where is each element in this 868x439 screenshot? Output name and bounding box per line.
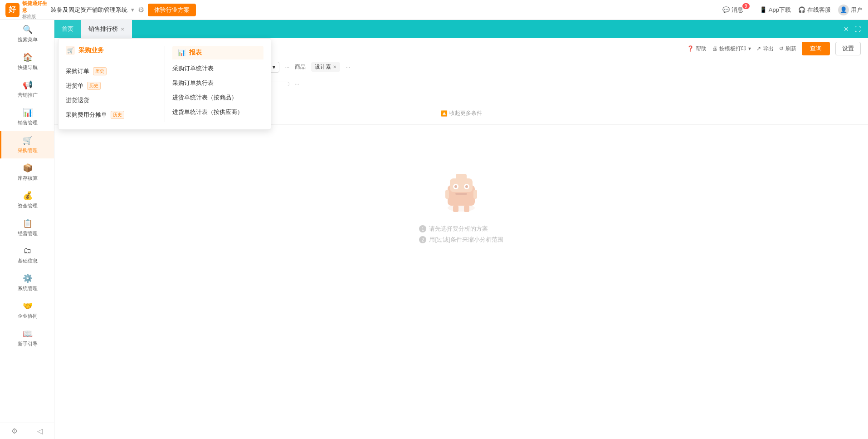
purchase-order-history: 历史 <box>93 67 107 75</box>
sidebar-item-search[interactable]: 🔍 搜索菜单 <box>0 20 54 48</box>
dropdown-menu: 🛒 采购业务 采购订单 历史 进货单 历史 进货退货 采购费用分摊单 历史 📊 … <box>58 38 271 130</box>
empty-illustration <box>434 165 488 219</box>
inventory-icon: 📦 <box>23 163 33 173</box>
report-col-label: 报表 <box>189 49 202 57</box>
refresh-btn[interactable]: ↺ 刷新 <box>779 45 796 53</box>
salesman-more[interactable]: ··· <box>295 81 299 87</box>
help-btn[interactable]: ❓ 帮助 <box>687 45 707 53</box>
sidebar-item-purchase[interactable]: 🛒 采购管理 <box>0 131 54 158</box>
logo-text: 畅捷通好生意 <box>22 0 51 14</box>
tab-maximize-btn[interactable]: ⛶ <box>853 25 863 33</box>
help-label: 帮助 <box>696 45 707 53</box>
voucher-status-more[interactable]: ··· <box>285 64 289 70</box>
tab-close-window-btn[interactable]: ✕ <box>842 25 851 33</box>
tab-sales-rank[interactable]: 销售排行榜 ✕ <box>81 20 132 38</box>
purchase-col-icon: 🛒 <box>66 46 75 55</box>
export-label: 导出 <box>763 45 774 53</box>
gear-icon[interactable]: ⚙ <box>138 5 144 14</box>
sidebar-settings-btn[interactable]: ⚙ <box>11 427 18 435</box>
home-icon: 🏠 <box>23 52 33 62</box>
system-icon: ⚙️ <box>23 273 33 283</box>
sidebar-item-system[interactable]: ⚙️ 系统管理 <box>0 269 54 296</box>
tab-bar: 首页 销售排行榜 ✕ ✕ ⛶ <box>54 20 868 38</box>
phone-icon: 📱 <box>760 6 767 13</box>
settings-btn[interactable]: 设置 <box>835 42 861 55</box>
sidebar-item-guide[interactable]: 📖 新手引导 <box>0 324 54 352</box>
svg-rect-2 <box>450 178 473 192</box>
expense-history: 历史 <box>111 111 124 119</box>
print-icon: 🖨 <box>712 45 717 52</box>
collapse-btn[interactable]: 🔼 收起更多条件 <box>441 109 482 117</box>
sidebar-item-enterprise[interactable]: 🤝 企业协同 <box>0 296 54 324</box>
svg-point-6 <box>454 185 457 188</box>
export-btn[interactable]: ↗ 导出 <box>756 45 774 53</box>
system-name: 装备及固定资产辅助管理系统 <box>51 6 127 14</box>
sidebar-label-purchase: 采购管理 <box>18 147 38 154</box>
search-icon: 🔍 <box>23 25 33 35</box>
sidebar-item-basic[interactable]: 🗂 基础信息 <box>0 242 54 269</box>
receive-by-goods-label: 进货单统计表（按商品） <box>172 94 237 102</box>
goods-tag-close[interactable]: ✕ <box>333 64 336 69</box>
basic-icon: 🗂 <box>24 246 32 256</box>
tab-home[interactable]: 首页 <box>54 20 81 38</box>
return-label: 进货退货 <box>66 96 89 104</box>
help-icon: ❓ <box>687 45 694 52</box>
sidebar-item-operation[interactable]: 📋 经营管理 <box>0 214 54 242</box>
receive-by-supplier-label: 进货单统计表（按供应商） <box>172 108 243 116</box>
logo-sub: 标准版 <box>22 14 51 20</box>
hint-text-2: 用[过滤]条件来缩小分析范围 <box>429 236 503 244</box>
dropdown-purchase-title: 🛒 采购业务 <box>66 46 157 59</box>
dropdown-item-receive-by-supplier[interactable]: 进货单统计表（按供应商） <box>172 105 264 119</box>
tab-actions: ✕ ⛶ <box>836 25 868 33</box>
sidebar-item-quick[interactable]: 🏠 快捷导航 <box>0 48 54 75</box>
avatar-icon: 👤 <box>838 5 849 15</box>
system-dropdown-icon[interactable]: ▾ <box>131 6 134 13</box>
logo: 好 畅捷通好生意 标准版 <box>5 0 51 20</box>
sidebar-bottom: ⚙ ◁ <box>0 423 54 439</box>
export-icon: ↗ <box>756 45 761 52</box>
sidebar-label-marketing: 营销推广 <box>18 92 38 99</box>
tab-close-icon[interactable]: ✕ <box>121 27 124 32</box>
print-btn[interactable]: 🖨 按模板打印 ▾ <box>712 45 751 53</box>
refresh-label: 刷新 <box>785 45 796 53</box>
system-name-area: 装备及固定资产辅助管理系统 ▾ ⚙ 体验行业方案 <box>51 4 722 16</box>
svg-rect-3 <box>456 174 467 180</box>
dropdown-item-expense[interactable]: 采购费用分摊单 历史 <box>66 108 157 122</box>
dropdown-item-purchase-order[interactable]: 采购订单 历史 <box>66 64 157 79</box>
voucher-status-dropdown-icon: ▾ <box>273 64 275 70</box>
sidebar-item-sales[interactable]: 📊 销售管理 <box>0 103 54 131</box>
dropdown-item-order-exec[interactable]: 采购订单执行表 <box>172 76 264 90</box>
user-btn[interactable]: 👤 用户 <box>838 5 863 15</box>
expense-label: 采购费用分摊单 <box>66 111 107 119</box>
sidebar-item-finance[interactable]: 💰 资金管理 <box>0 186 54 214</box>
purchase-col-label: 采购业务 <box>78 46 104 54</box>
dropdown-item-return[interactable]: 进货退货 <box>66 93 157 108</box>
svg-rect-12 <box>464 206 469 212</box>
sidebar-label-system: 系统管理 <box>18 285 38 292</box>
message-icon: 💬 <box>722 6 730 13</box>
message-btn[interactable]: 💬 消息 9 <box>722 6 752 14</box>
finance-icon: 💰 <box>23 191 33 201</box>
query-btn[interactable]: 查询 <box>802 42 830 55</box>
sidebar-collapse-btn[interactable]: ◁ <box>37 427 43 435</box>
empty-hint-1: 1 请先选择要分析的方案 <box>419 225 503 233</box>
receive-history: 历史 <box>87 82 101 90</box>
marketing-icon: 📢 <box>23 80 33 90</box>
sidebar-item-inventory[interactable]: 📦 库存核算 <box>0 158 54 186</box>
dropdown-item-receive[interactable]: 进货单 历史 <box>66 79 157 93</box>
enterprise-icon: 🤝 <box>23 301 33 311</box>
dropdown-item-receive-by-goods[interactable]: 进货单统计表（按商品） <box>172 90 264 105</box>
message-badge: 9 <box>742 3 750 9</box>
goods-tag: 设计素 ✕ <box>311 62 340 72</box>
dropdown-item-order-stats[interactable]: 采购订单统计表 <box>172 61 264 76</box>
empty-hint-2: 2 用[过滤]条件来缩小分析范围 <box>419 236 503 244</box>
online-service-btn[interactable]: 🎧 在线客服 <box>798 6 831 14</box>
sidebar-item-marketing[interactable]: 📢 营销推广 <box>0 75 54 103</box>
online-label: 在线客服 <box>807 6 831 14</box>
logo-icon: 好 <box>5 3 20 17</box>
industry-btn[interactable]: 体验行业方案 <box>148 4 196 16</box>
tab-home-label: 首页 <box>62 25 73 33</box>
app-download-btn[interactable]: 📱 App下载 <box>760 6 791 14</box>
goods-more[interactable]: ··· <box>346 64 350 70</box>
dropdown-report-col: 📊 报表 采购订单统计表 采购订单执行表 进货单统计表（按商品） 进货单统计表（… <box>172 46 264 122</box>
